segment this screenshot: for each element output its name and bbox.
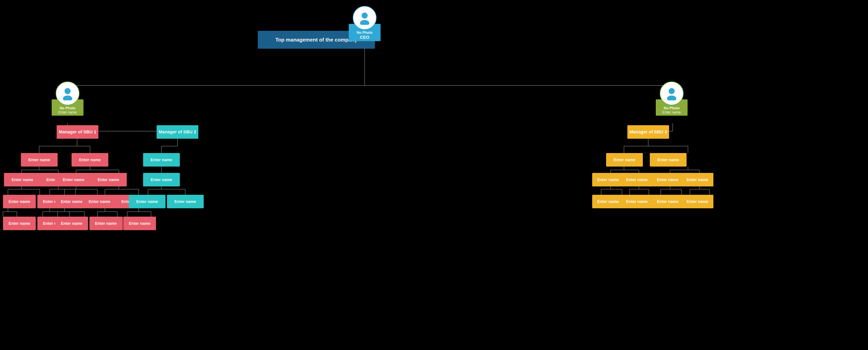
person-right-no-photo: No Photo [657,106,687,110]
red-l3-1: Enter name [21,153,58,166]
red-l4-3: Enter name [55,173,92,186]
red-l3-2: Enter name [71,153,108,166]
svg-point-101 [667,96,676,101]
red-l6-1: Enter name [3,217,36,230]
orange-l5-2: Enter name [621,195,653,208]
svg-point-99 [63,96,72,101]
orange-l4-1: Enter name [592,173,624,186]
red-l4-1: Enter name [4,173,41,186]
cyan-l5-2: Enter name [167,195,204,208]
red-l4-4: Enter name [90,173,127,186]
svg-point-97 [360,20,369,25]
orange-l3-1: Enter name [606,153,643,166]
orange-l3-2: Enter name [650,153,687,166]
person-right-photo [660,82,684,105]
red-l6-5: Enter name [89,217,122,230]
mgr-sbu3-box: Manager of SBU 3 [627,125,669,139]
person-right-name: Enter name [657,110,687,115]
svg-point-98 [65,88,70,94]
red-l6-6: Enter name [123,217,156,230]
orange-l5-3: Enter name [652,195,684,208]
cyan-l5-1: Enter name [129,195,165,208]
cyan-l4-1: Enter name [143,173,180,186]
ceo-role: CEO [349,35,380,40]
person-left-no-photo: No Photo [53,106,83,110]
org-chart: Top management of the company No Photo C… [0,0,868,350]
svg-point-100 [669,88,675,94]
person-right-node: No Photo Enter name [656,82,688,116]
red-l6-3: Enter name [55,217,88,230]
orange-l5-1: Enter name [592,195,624,208]
orange-l5-4: Enter name [682,195,713,208]
red-l5-5: Enter name [83,195,116,208]
orange-l4-2: Enter name [621,173,653,186]
ceo-photo [353,6,377,30]
mgr-sbu2-box: Manager of SBU 2 [157,125,198,139]
person-left-node: No Photo Enter name [52,82,84,116]
red-l5-1: Enter name [3,195,36,208]
ceo-no-photo: No Photo [349,31,380,35]
mgr-sbu1-box: Manager of SBU 1 [57,125,98,139]
person-left-photo [56,82,80,105]
orange-l4-3: Enter name [652,173,684,186]
svg-point-96 [362,12,368,19]
connector-lines [0,0,868,350]
person-left-name: Enter name [53,110,83,115]
cyan-l3-1: Enter name [143,153,180,166]
ceo-node: No Photo CEO [349,6,380,41]
orange-l4-4: Enter name [682,173,713,186]
